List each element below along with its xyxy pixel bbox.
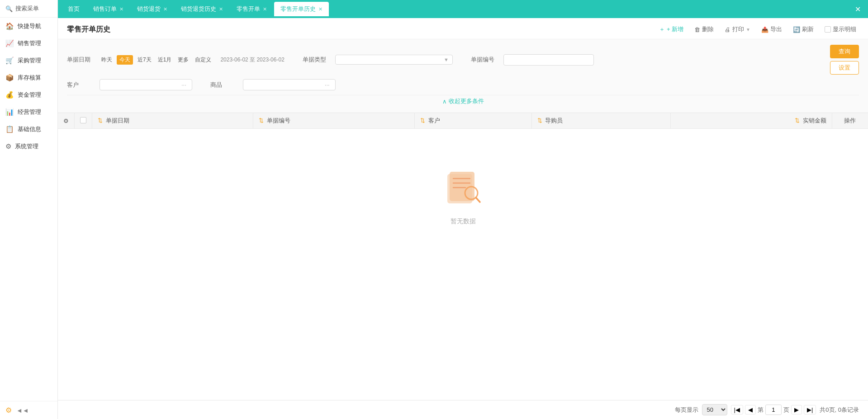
- tab-sales-return[interactable]: 销货退货 ✕: [131, 2, 174, 16]
- sidebar-item-basic-info[interactable]: 📋 基础信息: [0, 121, 57, 138]
- delete-button[interactable]: 🗑 删除: [692, 24, 716, 35]
- tab-retail-open-close-icon[interactable]: ✕: [263, 6, 267, 12]
- last-page-button[interactable]: ▶|: [804, 405, 816, 414]
- empty-icon: [441, 165, 486, 210]
- export-button[interactable]: 📤 导出: [759, 24, 785, 35]
- tab-sales-order-close-icon[interactable]: ✕: [119, 6, 123, 12]
- sidebar-item-system[interactable]: ⚙ 系统管理: [0, 138, 57, 155]
- svg-line-6: [476, 198, 480, 202]
- first-page-button[interactable]: |◀: [731, 405, 743, 414]
- sidebar-search[interactable]: 🔍 搜索采单: [0, 0, 57, 18]
- tab-sales-return-history[interactable]: 销货退货历史 ✕: [175, 2, 229, 16]
- content-area: 零售开单历史 ＋ + 新增 🗑 删除 🖨 打印 ▼ 📤 导出: [58, 18, 868, 419]
- page-title: 零售开单历史: [67, 25, 110, 34]
- page-header: 零售开单历史 ＋ + 新增 🗑 删除 🖨 打印 ▼ 📤 导出: [58, 18, 868, 39]
- tab-retail-history-close-icon[interactable]: ✕: [318, 6, 323, 12]
- tab-retail-open[interactable]: 零售开单 ✕: [230, 2, 273, 16]
- last7days-btn[interactable]: 近7天: [136, 55, 153, 65]
- sidebar-item-quick-nav[interactable]: 🏠 快捷导航: [0, 18, 57, 35]
- last1month-btn[interactable]: 近1月: [156, 55, 174, 65]
- purchase-icon: 🛒: [5, 56, 14, 65]
- tab-sales-return-close-icon[interactable]: ✕: [163, 6, 167, 12]
- col-amount-label: 实销金额: [803, 117, 826, 124]
- table-header-settings[interactable]: ⚙: [58, 113, 75, 129]
- info-icon: 📋: [5, 125, 14, 133]
- tab-sales-return-label: 销货退货: [137, 5, 161, 13]
- page-input[interactable]: [765, 405, 782, 415]
- tab-retail-history[interactable]: 零售开单历史 ✕: [274, 2, 329, 16]
- date-filter-label: 单据日期: [67, 56, 92, 64]
- type-filter-label: 单据类型: [303, 56, 328, 64]
- tab-sales-return-history-close-icon[interactable]: ✕: [219, 6, 223, 12]
- today-btn[interactable]: 今天: [117, 55, 133, 65]
- table-header-check[interactable]: [75, 113, 92, 129]
- home-icon: 🏠: [5, 22, 14, 30]
- more-btn[interactable]: 更多: [176, 55, 190, 65]
- display-detail-button[interactable]: 显示明细: [822, 24, 859, 35]
- custom-btn[interactable]: 自定义: [193, 55, 213, 65]
- table-header-guide[interactable]: ⇅ 导购员: [531, 113, 671, 129]
- customer-filter-input[interactable]: [104, 81, 180, 88]
- sidebar-label: 采购管理: [18, 56, 41, 65]
- tab-home-label: 首页: [68, 5, 80, 13]
- tab-sales-return-history-label: 销货退货历史: [181, 5, 216, 13]
- table-header-date[interactable]: ⇅ 单据日期: [92, 113, 253, 129]
- collapse-more-button[interactable]: ∧ 收起更多条件: [67, 95, 859, 107]
- number-filter-input[interactable]: [503, 54, 594, 66]
- settings-button[interactable]: 设置: [830, 61, 859, 75]
- sort-customer-icon: ⇅: [420, 117, 425, 124]
- window-close-icon[interactable]: ✕: [851, 5, 864, 14]
- sidebar-item-purchase-mgmt[interactable]: 🛒 采购管理: [0, 52, 57, 69]
- tab-sales-order[interactable]: 销售订单 ✕: [87, 2, 130, 16]
- delete-label: 删除: [702, 25, 714, 33]
- table-area: ⚙ ⇅ 单据日期 ⇅ 单据编号 ⇅: [58, 113, 868, 400]
- next-page-button[interactable]: ▶: [791, 405, 802, 414]
- sidebar-item-operations[interactable]: 📊 经营管理: [0, 104, 57, 121]
- system-icon: ⚙: [5, 142, 11, 151]
- sidebar-label: 经营管理: [18, 108, 41, 116]
- ops-icon: 📊: [5, 108, 14, 116]
- type-filter-select[interactable]: ▼: [335, 55, 453, 65]
- goods-filter-input[interactable]: [247, 81, 323, 88]
- main-area: 首页 销售订单 ✕ 销货退货 ✕ 销货退货历史 ✕ 零售开单 ✕ 零售开单历史 …: [58, 0, 868, 419]
- add-label: + 新增: [667, 25, 683, 33]
- page-label: 第: [758, 406, 764, 414]
- toolbar: ＋ + 新增 🗑 删除 🖨 打印 ▼ 📤 导出 🔄: [656, 24, 859, 35]
- col-guide-label: 导购员: [545, 117, 563, 124]
- tab-home[interactable]: 首页: [62, 2, 86, 16]
- goods-picker-icon[interactable]: ···: [323, 81, 332, 88]
- delete-icon: 🗑: [694, 26, 700, 33]
- date-filter-buttons: 昨天 今天 近7天 近1月 更多 自定义: [100, 55, 213, 65]
- sort-guide-icon: ⇅: [537, 117, 542, 124]
- add-button[interactable]: ＋ + 新增: [656, 24, 686, 35]
- settings-gear-icon[interactable]: ⚙: [5, 406, 12, 414]
- sidebar-item-inventory[interactable]: 📦 库存核算: [0, 69, 57, 86]
- print-button[interactable]: 🖨 打印 ▼: [722, 24, 753, 35]
- sidebar-collapse-icon[interactable]: ◄◄: [16, 407, 29, 414]
- table-header-number[interactable]: ⇅ 单据编号: [253, 113, 414, 129]
- yesterday-btn[interactable]: 昨天: [100, 55, 114, 65]
- per-page-select[interactable]: 50 100 200: [702, 404, 727, 415]
- export-label: 导出: [770, 25, 782, 33]
- query-button[interactable]: 查询: [830, 45, 859, 58]
- sidebar-item-sales-mgmt[interactable]: 📈 销售管理: [0, 35, 57, 52]
- table-header-amount[interactable]: ⇅ 实销金额: [671, 113, 832, 129]
- export-icon: 📤: [761, 26, 768, 33]
- table-header-ops: 操作: [832, 113, 868, 129]
- customer-filter-input-wrap: ···: [100, 79, 192, 90]
- customer-picker-icon[interactable]: ···: [180, 81, 188, 88]
- sidebar-bottom: ⚙ ◄◄: [0, 401, 57, 419]
- select-all-checkbox[interactable]: [80, 117, 86, 123]
- table-header-customer[interactable]: ⇅ 客户: [414, 113, 531, 129]
- refresh-label: 刷新: [802, 25, 814, 33]
- sidebar-item-finance[interactable]: 💰 资金管理: [0, 86, 57, 104]
- sidebar-label: 基础信息: [18, 125, 41, 133]
- per-page-label: 每页显示: [675, 406, 698, 414]
- refresh-button[interactable]: 🔄 刷新: [790, 24, 816, 35]
- col-number-label: 单据编号: [267, 117, 290, 124]
- filter-row-1: 单据日期 昨天 今天 近7天 近1月 更多 自定义 2023-06-02 至 2…: [67, 45, 859, 75]
- prev-page-button[interactable]: ◀: [745, 405, 756, 414]
- tab-retail-open-label: 零售开单: [237, 5, 260, 13]
- filter-area: 单据日期 昨天 今天 近7天 近1月 更多 自定义 2023-06-02 至 2…: [58, 39, 868, 113]
- sort-date-icon: ⇅: [98, 117, 103, 124]
